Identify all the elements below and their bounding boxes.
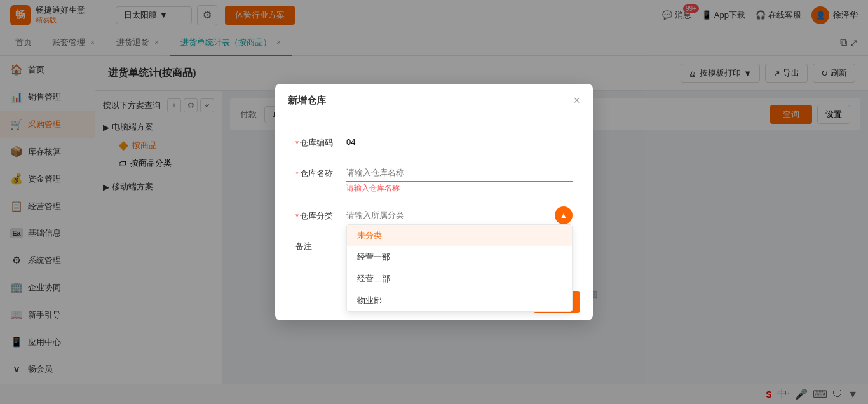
dropdown-item-dept2[interactable]: 经营二部 [347, 268, 572, 290]
add-warehouse-modal: 新增仓库 × * 仓库编码 * 仓库名称 请输入仓库名称 [275, 84, 593, 320]
modal-header: 新增仓库 × [275, 84, 593, 118]
modal-close-button[interactable]: × [573, 94, 580, 107]
category-label: * 仓库分类 [295, 206, 346, 222]
modal-body: * 仓库编码 * 仓库名称 请输入仓库名称 * [275, 118, 593, 283]
name-error-msg: 请输入仓库名称 [346, 183, 573, 194]
dropdown-item-property[interactable]: 物业部 [347, 290, 572, 311]
modal-title: 新增仓库 [288, 95, 326, 107]
modal-overlay[interactable]: 新增仓库 × * 仓库编码 * 仓库名称 请输入仓库名称 [0, 0, 868, 404]
category-dropdown-list: 未分类 经营一部 经营二部 物业部 [346, 224, 573, 312]
code-input[interactable] [346, 133, 573, 151]
remark-label: 备注 [295, 237, 346, 252]
name-input[interactable] [346, 164, 573, 182]
dropdown-item-uncategorized[interactable]: 未分类 [347, 225, 572, 246]
category-input[interactable] [346, 206, 573, 224]
name-label: * 仓库名称 [295, 164, 346, 179]
form-row-category: * 仓库分类 ▲ 未分类 经营一部 经营二部 物业部 [295, 206, 573, 224]
form-row-code: * 仓库编码 [295, 133, 573, 151]
category-dropdown-arrow[interactable]: ▲ [555, 206, 573, 224]
category-select-wrapper: ▲ 未分类 经营一部 经营二部 物业部 [346, 206, 573, 224]
dropdown-item-dept1[interactable]: 经营一部 [347, 246, 572, 268]
form-row-name: * 仓库名称 请输入仓库名称 [295, 164, 573, 194]
code-label: * 仓库编码 [295, 133, 346, 149]
